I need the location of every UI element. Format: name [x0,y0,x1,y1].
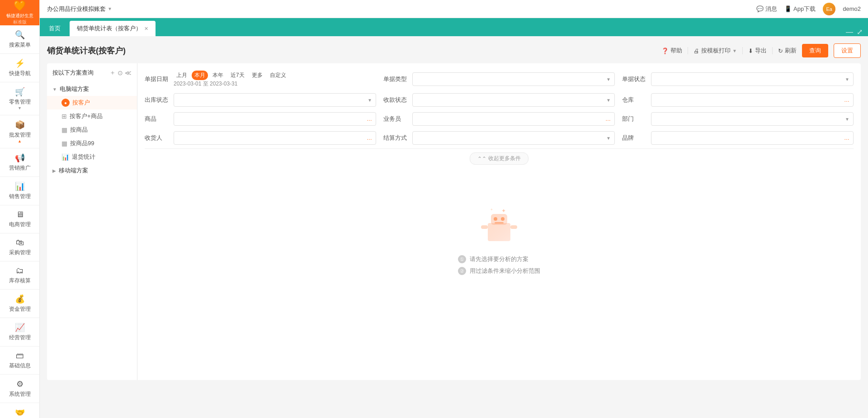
svg-rect-6 [510,225,517,229]
filter-payment-control[interactable]: ▼ [412,93,615,107]
sidebar-item-purchase[interactable]: 🛍 采购管理 [0,233,39,261]
filter-brand-control[interactable]: … [651,131,854,145]
edit-scheme-icon[interactable]: ⊙ [118,69,123,76]
divider2 [742,47,743,54]
tab-close-icon[interactable]: ✕ [144,26,148,32]
marketing-icon: 📢 [15,153,25,163]
settlement-arrow-icon: ▼ [606,136,611,141]
date-tab-custom[interactable]: 自定义 [267,71,289,80]
grid-icon: ⊞ [61,113,67,120]
collapse-panel-icon[interactable]: ≪ [125,69,132,76]
query-label: 查询 [809,47,821,55]
query-button[interactable]: 查询 [802,44,828,57]
filter-warehouse-control[interactable]: … [651,93,854,107]
filter-out-status-control[interactable]: ▼ [174,93,376,107]
filter-doc-status-control[interactable]: ▼ [651,72,854,86]
sales-icon: 📊 [15,181,25,191]
sidebar-item-label: 批发管理 [9,131,31,139]
sidebar-item-basic[interactable]: 🗃 基础信息 [0,347,39,375]
tree-mobile-parent[interactable]: ▶ 移动端方案 [47,164,137,177]
empty-hints: ① 请先选择要分析的方案 ② 用过滤条件来缩小分析范围 [458,255,540,275]
tree-item-by-customer-goods[interactable]: ⊞ 按客户+商品 [47,109,137,123]
filter-salesperson-control[interactable]: … [412,112,615,126]
settings-button[interactable]: 设置 [834,43,861,58]
messages-button[interactable]: 💬 消息 [756,5,777,13]
message-icon: 💬 [756,5,764,12]
sidebar-item-inventory[interactable]: 🗂 库存核算 [0,261,39,290]
tree-item-label: 按客户+商品 [70,112,103,120]
tab-expand-icon[interactable]: ⤢ [857,28,863,36]
empty-state: ✦ ✦ ① 请先选择要分析的方案 ② 用过滤条件来缩小分析范围 [145,166,854,311]
tab-sales-stat[interactable]: 销货单统计表（按客户） ✕ [70,21,156,36]
tree-item-by-goods[interactable]: ▦ 按商品 [47,123,137,137]
date-tab-more[interactable]: 更多 [249,71,265,80]
sidebar-item-system[interactable]: ⚙ 系统管理 [0,375,39,403]
filter-department-label: 部门 [622,115,647,123]
refresh-button[interactable]: ↻ 刷新 [778,47,797,55]
tree-pc-parent[interactable]: ▼ 电脑端方案 [47,82,137,96]
filter-settlement-control[interactable]: ▼ [412,131,615,145]
add-scheme-icon[interactable]: ＋ [109,69,116,77]
tab-actions: — ⤢ [846,28,868,36]
page-actions: ❓ 帮助 🖨 按模板打印 ▼ ⬇ 导出 ↻ 刷新 [661,43,861,58]
export-label: 导出 [755,47,767,55]
avatar[interactable]: Ea [823,3,835,15]
sidebar-item-operation[interactable]: 📈 经营管理 [0,318,39,347]
search-icon: 🔍 [15,30,25,40]
filter-out-status-row: 出库状态 ▼ [145,93,376,107]
tree-item-by-goods-99[interactable]: ▦ 按商品99 [47,137,137,150]
filter-goods-control[interactable]: … [174,112,376,126]
tab-minimize-icon[interactable]: — [846,28,853,36]
svg-text:✦: ✦ [501,208,506,214]
export-button[interactable]: ⬇ 导出 [748,47,767,55]
sidebar-item-ecommerce[interactable]: 🖥 电商管理 [0,205,39,233]
date-tab-this-month[interactable]: 本月 [192,71,208,80]
print-button[interactable]: 🖨 按模板打印 ▼ [693,47,737,55]
header-left: 办公用品行业模拟账套 ▼ [47,5,112,13]
help-button[interactable]: ❓ 帮助 [661,47,682,55]
filter-payment-status-row: 收款状态 ▼ [383,93,615,107]
sidebar-item-marketing[interactable]: 📢 营销推广 [0,148,39,177]
tree-item-by-customer[interactable]: ● 按客户 [47,96,137,109]
hint-text-2: 用过滤条件来缩小分析范围 [470,267,540,275]
svg-point-3 [501,217,505,221]
filter-receiver-control[interactable]: … [174,131,376,145]
svg-rect-0 [488,223,510,241]
sidebar-item-search[interactable]: 🔍 搜索菜单 [0,25,39,54]
right-panel: 单据日期 上月 本月 本年 近7天 更多 自定义 2023-03-01 至 20… [137,63,861,380]
sidebar-item-shortcut[interactable]: ⚡ 快捷导航 [0,54,39,82]
date-tab-last-month[interactable]: 上月 [174,71,190,80]
purchase-icon: 🛍 [16,238,24,247]
sidebar-item-label: 采购管理 [9,249,31,256]
sidebar-item-retail[interactable]: 🛒 零售管理 ▼ [0,82,39,115]
tree-item-label: 按商品 [70,126,88,134]
basic-icon: 🗃 [16,351,24,361]
tab-home[interactable]: 首页 [42,21,68,36]
filter-doc-status-row: 单据状态 ▼ [622,71,854,88]
ecommerce-icon: 🖥 [16,210,24,219]
sidebar-item-label: 搜索菜单 [9,41,31,49]
sidebar-item-sales[interactable]: 📊 销售管理 [0,177,39,205]
sidebar-item-enterprise[interactable]: 🤝 企业协同 [0,403,39,418]
date-tab-this-year[interactable]: 本年 [210,71,226,80]
sidebar-item-wholesale[interactable]: 📦 批发管理 ▲ [0,115,39,148]
user-name: demo2 [843,5,861,12]
filter-doc-type-control[interactable]: ▼ [412,72,615,86]
sidebar-item-label: 资金管理 [9,305,31,313]
download-icon: 📱 [784,5,792,12]
filter-payment-label: 收款状态 [383,96,409,104]
collapse-button[interactable]: ⌃⌃ 收起更多条件 [470,152,528,165]
tree-pc-label: 电脑端方案 [60,85,89,93]
filter-department-control[interactable]: ▼ [651,112,854,126]
sidebar-item-label: 基础信息 [9,362,31,370]
date-tab-7days[interactable]: 近7天 [228,71,247,80]
app-download-button[interactable]: 📱 App下载 [784,5,816,13]
app-logo[interactable]: 🧡 畅捷通好生意 标准版 [0,0,40,25]
date-tabs: 上月 本月 本年 近7天 更多 自定义 [174,71,376,80]
tab-home-label: 首页 [49,24,61,33]
collapse-up-icon: ⌃⌃ [477,156,486,162]
sidebar-item-finance[interactable]: 💰 资金管理 [0,290,39,318]
tree-item-return-stat[interactable]: 📊 退货统计 [47,150,137,164]
account-selector[interactable]: 办公用品行业模拟账套 ▼ [47,5,112,13]
warehouse-dots-icon: … [844,97,849,103]
